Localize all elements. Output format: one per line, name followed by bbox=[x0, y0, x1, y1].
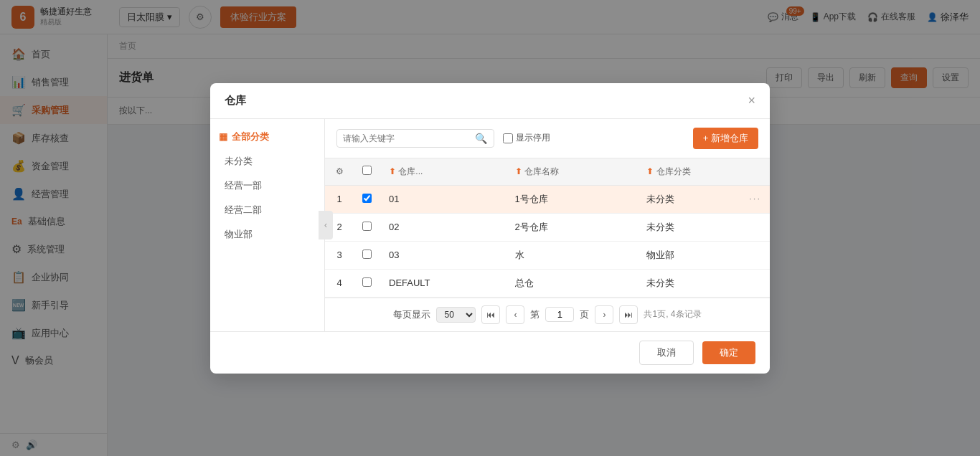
cancel-button[interactable]: 取消 bbox=[639, 341, 694, 365]
search-input-wrap[interactable]: 🔍 bbox=[336, 129, 494, 148]
td-checkbox[interactable] bbox=[354, 241, 380, 269]
td-row-num: 4 bbox=[325, 269, 354, 297]
td-id: 02 bbox=[380, 213, 507, 241]
td-name: 2号仓库 bbox=[507, 213, 639, 241]
th-checkbox bbox=[354, 158, 380, 186]
data-table: ⚙ ⬆ 仓库... ⬆ bbox=[325, 158, 770, 298]
table-header-row: ⚙ ⬆ 仓库... ⬆ bbox=[325, 158, 770, 186]
row-checkbox[interactable] bbox=[362, 277, 372, 287]
td-category: 未分类 ··· bbox=[638, 185, 770, 213]
collapse-panel-button[interactable]: ‹ bbox=[319, 211, 333, 239]
category-item-unclassified[interactable]: 未分类 bbox=[210, 149, 324, 174]
modal-header: 仓库 × bbox=[210, 83, 770, 119]
modal-footer: 取消 确定 bbox=[210, 331, 770, 374]
next-page-button[interactable]: › bbox=[595, 305, 613, 324]
td-name: 总仓 bbox=[507, 269, 639, 297]
td-id: DEFAULT bbox=[380, 269, 507, 297]
search-input[interactable] bbox=[343, 133, 472, 143]
table-panel: 🔍 显示停用 + 新增仓库 ⚙ bbox=[325, 119, 770, 331]
gear-header-icon: ⚙ bbox=[336, 166, 344, 176]
table-row[interactable]: 1 01 1号仓库 未分类 ··· bbox=[325, 185, 770, 213]
td-category: 未分类 bbox=[638, 269, 770, 297]
table-row[interactable]: 3 03 水 物业部 bbox=[325, 241, 770, 269]
row-checkbox[interactable] bbox=[362, 222, 372, 231]
show-disabled-checkbox[interactable] bbox=[503, 133, 513, 143]
grid-icon: ▦ bbox=[219, 131, 227, 142]
pagination-bar: 每页显示 50 20 100 ⏮ ‹ 第 页 › ⏭ 共1页, 4条记录 bbox=[325, 298, 770, 331]
table-row[interactable]: 2 02 2号仓库 未分类 bbox=[325, 213, 770, 241]
row-checkbox[interactable] bbox=[362, 250, 372, 259]
category-item-biz1[interactable]: 经营一部 bbox=[210, 174, 324, 198]
page-size-select[interactable]: 50 20 100 bbox=[436, 307, 476, 323]
modal-overlay: 仓库 × ▦ 全部分类 未分类 经营一部 经营二部 bbox=[0, 0, 980, 456]
td-name: 1号仓库 bbox=[507, 185, 639, 213]
th-settings: ⚙ bbox=[325, 158, 354, 186]
td-id: 03 bbox=[380, 241, 507, 269]
category-item-property[interactable]: 物业部 bbox=[210, 222, 324, 247]
table-row[interactable]: 4 DEFAULT 总仓 未分类 bbox=[325, 269, 770, 297]
modal-body: ▦ 全部分类 未分类 经营一部 经营二部 物业部 ‹ bbox=[210, 119, 770, 331]
td-category: 物业部 bbox=[638, 241, 770, 269]
warehouse-table: ⚙ ⬆ 仓库... ⬆ bbox=[325, 158, 770, 298]
add-warehouse-button[interactable]: + 新增仓库 bbox=[693, 128, 758, 149]
confirm-button[interactable]: 确定 bbox=[702, 341, 755, 364]
th-warehouse-id: ⬆ 仓库... bbox=[380, 158, 507, 186]
select-all-checkbox[interactable] bbox=[362, 166, 372, 175]
page-number-input[interactable] bbox=[545, 307, 574, 322]
first-page-button[interactable]: ⏮ bbox=[481, 305, 500, 324]
more-options-button[interactable]: ··· bbox=[749, 193, 761, 204]
td-checkbox[interactable] bbox=[354, 185, 380, 213]
warehouse-modal: 仓库 × ▦ 全部分类 未分类 经营一部 经营二部 bbox=[210, 83, 770, 374]
modal-close-button[interactable]: × bbox=[748, 93, 755, 108]
last-page-button[interactable]: ⏭ bbox=[619, 305, 638, 324]
td-category: 未分类 bbox=[638, 213, 770, 241]
modal-title: 仓库 bbox=[225, 94, 246, 108]
row-checkbox[interactable] bbox=[362, 194, 372, 203]
th-warehouse-name: ⬆ 仓库名称 bbox=[507, 158, 639, 186]
td-checkbox[interactable] bbox=[354, 269, 380, 297]
all-category-item[interactable]: ▦ 全部分类 bbox=[210, 125, 324, 149]
td-name: 水 bbox=[507, 241, 639, 269]
th-warehouse-category: ⬆ 仓库分类 bbox=[638, 158, 770, 186]
td-id: 01 bbox=[380, 185, 507, 213]
table-body: 1 01 1号仓库 未分类 ··· 2 02 2号仓库 未分类 3 03 水 物… bbox=[325, 185, 770, 297]
category-panel: ▦ 全部分类 未分类 经营一部 经营二部 物业部 ‹ bbox=[210, 119, 325, 331]
category-item-biz2[interactable]: 经营二部 bbox=[210, 198, 324, 222]
table-toolbar: 🔍 显示停用 + 新增仓库 bbox=[325, 119, 770, 158]
total-info: 共1页, 4条记录 bbox=[644, 308, 701, 320]
search-icon: 🔍 bbox=[475, 133, 487, 144]
show-disabled-toggle[interactable]: 显示停用 bbox=[503, 132, 550, 144]
prev-page-button[interactable]: ‹ bbox=[506, 305, 524, 324]
td-row-num: 3 bbox=[325, 241, 354, 269]
td-checkbox[interactable] bbox=[354, 213, 380, 241]
td-row-num: 1 bbox=[325, 185, 354, 213]
